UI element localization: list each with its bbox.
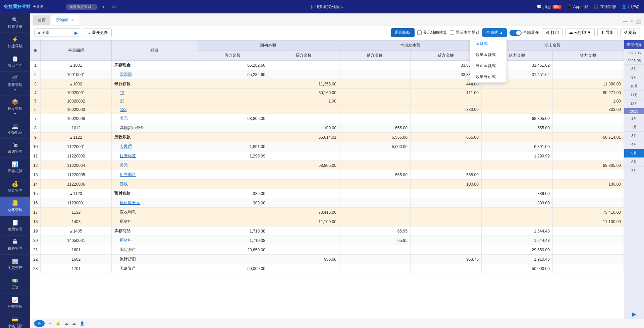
status-icon-edit[interactable]: ✏ <box>49 321 52 326</box>
table-row[interactable]: 12 11220004 美元 68,805.00 68,805.00 <box>31 161 624 170</box>
table-row[interactable]: 1 ▴ 1001 库存现金 65,282.60 33,830.98 31,451… <box>31 61 624 70</box>
name-cell[interactable]: 库存现金 <box>112 61 197 70</box>
account-name-link[interactable]: 原材料 <box>114 238 132 243</box>
table-row[interactable]: 13 11220005 所在地区 555.00 555.00 <box>31 170 624 180</box>
sidebar-item-tax[interactable]: 🏛 税务管理 <box>0 236 30 255</box>
account-name-link[interactable]: 预付款美元 <box>114 200 140 205</box>
amount-mode-item-2[interactable]: 外币金额式 <box>470 60 506 71</box>
tab-balance[interactable]: 余额表 ✕ <box>51 15 79 25</box>
sidebar-item-operation[interactable]: 📈 经营管理 <box>0 293 30 313</box>
period-item-may[interactable]: 5月 <box>624 149 644 158</box>
sidebar-item-purchase[interactable]: 🛍 采购管理 <box>0 139 30 158</box>
period-item-apr[interactable]: 4月 <box>624 140 644 149</box>
show-yearly-check[interactable]: 显示本年累计 <box>450 30 480 36</box>
sidebar-item-nav[interactable]: ⚡ 快捷导航 <box>0 33 30 52</box>
period-item-dec[interactable]: 12月 <box>624 100 644 108</box>
period-collapse-btn[interactable]: ▶ <box>624 310 644 319</box>
amount-mode-item-1[interactable]: 数量金额式 <box>470 49 506 60</box>
name-cell[interactable]: 人民币 <box>112 142 197 151</box>
sidebar-item-salary[interactable]: 💵 工资 <box>0 274 30 293</box>
all-filter-arrow[interactable]: ▶ <box>74 30 78 36</box>
sidebar-item-invoice[interactable]: 🧾 发票管理 <box>0 216 30 236</box>
message-btn[interactable]: 💬 消息 99+ <box>537 4 561 10</box>
window-close-icon[interactable]: ✕ <box>630 18 634 24</box>
user-avatar[interactable]: 👤 用户名 <box>622 4 640 10</box>
period-item-aug[interactable]: 8月 <box>624 65 644 73</box>
name-cell[interactable]: 美元 <box>112 114 197 123</box>
table-row[interactable]: 4 10020001 12 80,160.00 111.00 80,271.00 <box>31 89 624 97</box>
cloud-print-btn[interactable]: ☁ 云打印 ▼ <box>565 28 595 37</box>
name-cell[interactable]: 应收利息 <box>112 208 197 217</box>
table-row[interactable]: 15 ▴ 1123 预付账款 389.00 389.00 <box>31 189 624 198</box>
table-row[interactable]: 21 1601 固定资产 29,650.00 29,650.00 <box>31 245 624 255</box>
refresh-btn[interactable]: ↺ 刷新 <box>620 28 640 37</box>
name-cell[interactable]: 预付账款 <box>112 189 197 198</box>
account-name-link[interactable]: 12 <box>114 90 124 95</box>
period-item-nov[interactable]: 11月 <box>624 91 644 100</box>
name-cell[interactable]: 库存商品 <box>112 226 197 236</box>
name-cell[interactable]: 游戏 <box>112 180 197 189</box>
period-item-1[interactable]: 2023.05 <box>624 57 644 65</box>
period-item-oct[interactable]: 10月 <box>624 82 644 91</box>
name-cell[interactable]: 12 <box>112 89 197 97</box>
account-name-link[interactable]: 美元 <box>114 116 128 121</box>
tab-close-icon[interactable]: ✕ <box>71 18 74 22</box>
table-row[interactable]: 16 11230001 预付款美元 389.00 389.00 <box>31 198 624 208</box>
sidebar-item-project[interactable]: 📋 项目合同 <box>0 52 30 72</box>
table-row[interactable]: 6 10020003 122 333.00 333.00 <box>31 106 624 114</box>
table-row[interactable]: 3 ▴ 1002 银行存款 11,356.00 444.00 11,800.00 <box>31 79 624 89</box>
table-row[interactable]: 2 10010001 回回回 65,282.60 33,830.98 31,45… <box>31 70 624 79</box>
status-icon-bell[interactable]: 🔔 <box>56 321 60 326</box>
table-row[interactable]: 14 11220006 游戏 100.00 100.00 <box>31 180 624 189</box>
name-cell[interactable]: 无形资产 <box>112 264 197 273</box>
sidebar-item-inventory[interactable]: 📊 库存核算 <box>0 158 30 177</box>
table-row[interactable]: 20 14050001 原材料 1,710.38 65.95 1,644.43 <box>31 236 624 245</box>
account-name-link[interactable]: 回回回 <box>114 72 132 77</box>
account-name-link[interactable]: 122 <box>114 107 126 112</box>
sidebar-item-funds[interactable]: 💰 资金管理 <box>0 177 30 197</box>
sidebar-item-retail[interactable]: 🛒 零售管理 ▼ <box>0 72 30 95</box>
status-icon-cloud1[interactable]: ☁ <box>64 321 68 326</box>
period-item-0[interactable]: 2023.05 <box>624 49 644 57</box>
settings-col[interactable]: ⚙ <box>31 41 41 61</box>
table-row[interactable]: 11 11220002 往来标签 1,299.99 1,299.99 <box>31 151 624 161</box>
account-name-link[interactable]: 游戏 <box>114 182 128 186</box>
status-icon-user[interactable]: 👤 <box>80 321 85 326</box>
back-old-btn[interactable]: 退回旧版 <box>391 28 415 37</box>
name-cell[interactable]: 预付款美元 <box>112 198 197 208</box>
amount-mode-item-3[interactable]: 数量外币式 <box>470 71 506 82</box>
name-cell[interactable]: 银行存款 <box>112 79 197 89</box>
table-row[interactable]: 18 1403 原材料 11,100.00 11,100.00 <box>31 217 624 226</box>
period-item-feb[interactable]: 2月 <box>624 123 644 132</box>
sidebar-item-expense[interactable]: 💳 小畅报销 <box>0 313 30 328</box>
name-cell[interactable]: 23 <box>112 97 197 106</box>
expand-all-switch[interactable] <box>509 30 522 36</box>
account-name-link[interactable]: 美元 <box>114 163 128 168</box>
period-item-jan[interactable]: 1月 <box>624 114 644 123</box>
sidebar-item-assets[interactable]: 🏢 固定资产 <box>0 255 30 274</box>
download-btn[interactable]: 📱 App下载 <box>567 4 588 10</box>
name-cell[interactable]: 其他货币资金 <box>112 123 197 133</box>
service-btn[interactable]: 🎧 在线客服 <box>594 4 616 10</box>
export-btn[interactable]: ⬇ 导出 <box>597 28 617 37</box>
name-cell[interactable]: 原材料 <box>112 236 197 245</box>
table-row[interactable]: 9 ▴ 1122 应收账款 65,614.01 5,555.00 655.00 … <box>31 133 624 142</box>
print-btn[interactable]: 🖨 打印 <box>542 28 562 37</box>
table-row[interactable]: 19 ▴ 1405 库存商品 1,710.38 65.95 1,644.43 <box>31 226 624 236</box>
status-lang-btn[interactable]: 英 <box>34 320 45 327</box>
expand-more-btn[interactable]: ⌄ 展开更多 <box>84 28 112 37</box>
amount-mode-btn[interactable]: 金额式 ▲ <box>482 28 507 37</box>
table-row[interactable]: 8 1012 其他货币资金 100.00 655.00 555.00 <box>31 123 624 133</box>
account-name-link[interactable]: 人民币 <box>114 144 132 149</box>
amount-mode-item-0[interactable]: 金额式 <box>470 38 506 49</box>
sidebar-item-ecommerce[interactable]: 💻 小畅电商 <box>0 119 30 139</box>
name-cell[interactable]: 回回回 <box>112 70 197 79</box>
account-name-link[interactable]: 23 <box>114 99 124 104</box>
name-cell[interactable]: 原材料 <box>112 217 197 226</box>
table-row[interactable]: 7 10020006 美元 68,805.00 68,805.00 <box>31 114 624 123</box>
table-row[interactable]: 23 1701 无形资产 50,000.00 50,000.00 <box>31 264 624 273</box>
period-item-mar[interactable]: 3月 <box>624 132 644 140</box>
table-row[interactable]: 5 10020002 23 1.00 1.00 <box>31 97 624 106</box>
table-row[interactable]: 17 1132 应收利息 73,416.00 73,416.00 <box>31 208 624 217</box>
account-name-link[interactable]: 所在地区 <box>114 172 136 177</box>
